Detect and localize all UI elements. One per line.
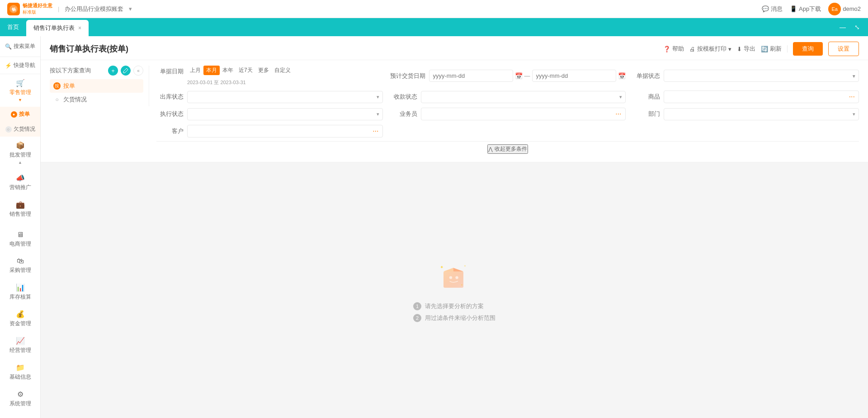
tab-collapse-btn[interactable]: — [837,22,848,33]
add-scheme-btn[interactable]: + [108,66,118,76]
avatar: Ea [828,3,841,15]
inventory-icon: 📊 [16,283,25,292]
filter-item-department: 部门 [633,108,859,120]
quick-nav-btn[interactable]: ⚡ 快捷导航 [0,59,40,72]
user-menu[interactable]: Ea demo2 [828,3,861,15]
scheme-icon-button: 按 [53,82,61,90]
sidebar-retail-sub: ● 按单 ○ 欠货情况 [0,107,40,137]
collect-status-select[interactable] [421,91,626,103]
filter-area: 按以下方案查询 + « 按 按单 ○ [41,60,868,162]
search-icon: 🔍 [5,43,12,50]
scheme-item-debt[interactable]: ○ 欠货情况 [50,93,143,106]
collapse-up-icon: ⋀ [488,146,493,152]
tip-num-1: 1 [413,302,421,310]
collapse-scheme-btn[interactable]: « [133,66,143,76]
app-title-arrow: ▾ [129,5,132,12]
salesperson-label: 业务员 [390,110,417,118]
svg-text:✦: ✦ [461,283,463,286]
sidebar-item-finance[interactable]: 💰 资金管理 [0,305,40,332]
edit-scheme-btn[interactable] [121,66,131,76]
settings-button[interactable]: 设置 [828,42,859,56]
customer-more-btn[interactable]: ··· [373,127,378,135]
operation-icon: 📈 [16,337,25,345]
filter-grid: 单据日期 上月 本月 本年 近7天 更多 自定义 [156,66,859,138]
calendar-from-icon[interactable]: 📅 [515,72,523,80]
date-label: 单据日期 [156,67,184,76]
svg-rect-2 [443,271,463,288]
empty-tip-1: 1 请先选择要分析的方案 [413,302,495,310]
sidebar-item-basic[interactable]: 📁 基础信息 [0,359,40,385]
doc-status-label: 单据状态 [633,72,660,80]
sidebar-nav-section: ⚡ 快捷导航 [0,57,40,74]
search-menu-btn[interactable]: 🔍 搜索菜单 [4,40,37,53]
circle-orange-icon: ● [11,111,17,118]
sidebar-item-inventory[interactable]: 📊 库存核算 [0,279,40,305]
sidebar-item-operation[interactable]: 📈 经营管理 [0,332,40,359]
goods-input[interactable] [668,94,849,100]
circle-gray-icon: ○ [5,126,12,133]
expected-date-to-input[interactable] [532,70,616,82]
export-btn[interactable]: ⬇ 导出 [737,45,755,53]
help-btn[interactable]: ❓ 帮助 [663,45,684,53]
sidebar-item-ecommerce[interactable]: 🖥 电商管理 [0,226,40,252]
refresh-btn[interactable]: 🔄 刷新 [761,45,782,53]
tab-sales-exec[interactable]: 销售订单执行表 × [26,20,89,36]
template-print-btn[interactable]: 🖨 按模板打印 ▾ [689,45,731,53]
date-tab-prev-month[interactable]: 上月 [187,66,203,75]
filter-item-goods: 商品 ··· [633,90,859,103]
sidebar-subitem-button[interactable]: ● 按单 [0,107,40,122]
doc-status-select-wrap: ▾ [664,70,859,82]
content-area: 销售订单执行表(按单) ❓ 帮助 🖨 按模板打印 ▾ ⬇ 导出 🔄 刷新 [41,36,868,418]
app-download-btn[interactable]: 📱 App下载 [790,5,821,13]
svg-text:✦: ✦ [464,264,466,267]
collapse-more-btn[interactable]: ⋀ 收起更多条件 [487,144,528,154]
calendar-to-icon[interactable]: 📅 [618,72,626,80]
sidebar-search-section: 🔍 搜索菜单 [0,36,40,57]
page-header: 销售订单执行表(按单) ❓ 帮助 🖨 按模板打印 ▾ ⬇ 导出 🔄 刷新 [41,36,868,60]
sidebar-item-purchase[interactable]: 🛍 采购管理 [0,252,40,279]
date-tab-recent7[interactable]: 近7天 [236,66,255,75]
tab-home[interactable]: 首页 [0,18,26,36]
download-icon: 📱 [790,5,797,12]
customer-input[interactable] [191,128,373,135]
sidebar-item-retail[interactable]: 🛒 零售管理 ▼ [0,74,40,107]
department-select[interactable] [664,108,859,120]
goods-more-btn[interactable]: ··· [849,93,855,101]
sidebar-item-sales[interactable]: 💼 销售管理 [0,196,40,223]
salesperson-input[interactable] [425,111,616,118]
sidebar-subitem-debt[interactable]: ○ 欠货情况 [0,122,40,137]
out-status-label: 出库状态 [156,93,184,101]
doc-status-select[interactable] [664,70,859,82]
logo-area: 畅 畅捷通好生意 标准版 [7,2,52,15]
salesperson-more-btn[interactable]: ··· [615,110,621,118]
tab-expand-btn[interactable]: ⤡ [852,22,863,33]
out-status-select[interactable] [187,91,383,103]
tab-close-icon[interactable]: × [78,25,81,31]
filter-expected-date-range: 📅 — 📅 [429,70,626,82]
expected-date-from-input[interactable] [429,70,513,82]
date-tab-more[interactable]: 更多 [255,66,272,75]
messages-btn[interactable]: 💬 消息 [762,5,783,13]
svg-point-3 [449,276,452,279]
exec-status-select-wrap [187,108,383,120]
empty-tip-2: 2 用过滤条件来缩小分析范围 [413,314,495,322]
query-button[interactable]: 查询 [793,42,823,56]
date-tab-cur-month[interactable]: 本月 [203,66,220,75]
topbar-right: 💬 消息 📱 App下载 Ea demo2 [762,3,861,15]
sidebar-item-marketing[interactable]: 📣 营销推广 [0,169,40,196]
filter-item-doc-status: 单据状态 ▾ [633,66,859,86]
actions-divider [787,45,788,52]
exec-status-select[interactable] [187,108,383,120]
sidebar-item-system[interactable]: ⚙ 系统管理 [0,385,40,412]
sidebar-item-enterprise[interactable]: 🤝 企业协同 [0,412,40,418]
app-title: 办公用品行业模拟账套 [65,5,123,13]
system-icon: ⚙ [17,390,24,399]
scheme-item-button[interactable]: 按 按单 [50,79,143,93]
date-tab-cur-year[interactable]: 本年 [220,66,236,75]
finance-icon: 💰 [16,310,25,318]
quick-nav-icon: ⚡ [5,62,12,69]
date-tab-custom[interactable]: 自定义 [272,66,293,75]
svg-text:✦: ✦ [440,265,443,270]
sidebar-item-wholesale[interactable]: 📦 批发管理 ▲ [0,137,40,169]
export-icon: ⬇ [737,46,742,52]
